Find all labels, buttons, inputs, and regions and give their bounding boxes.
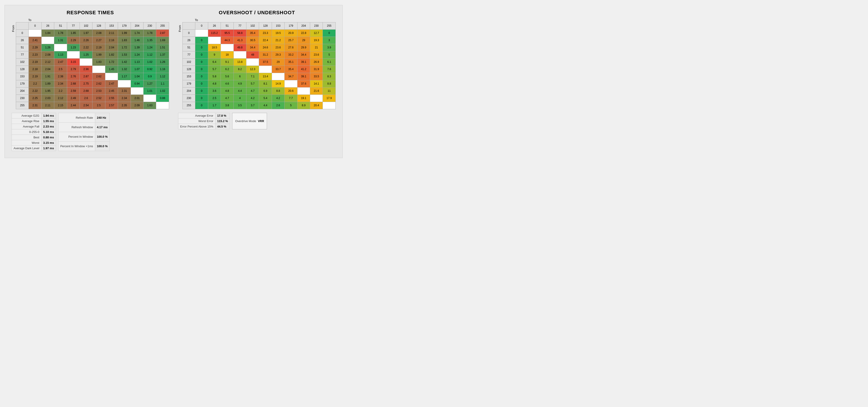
os-from-label: From [178, 25, 182, 32]
matrix-cell: 1.26 [156, 58, 169, 66]
col-header-4: 77 [67, 22, 80, 29]
stats-label: Average Dark Level [12, 146, 41, 151]
stats-row: Average Error17.8 % [178, 113, 230, 118]
stats-value: 1.94 ms [41, 113, 56, 118]
stats-label: Average Error [178, 113, 215, 118]
row-label: 179 [183, 80, 195, 87]
matrix-cell: 41.2 [297, 66, 310, 73]
matrix-cell: 9.1 [221, 58, 234, 66]
stats-row: Refresh Window4.17 ms [58, 122, 110, 132]
os-matrix-area: To 02651771021281531792042302550115.295.… [182, 18, 336, 109]
matrix-cell: 6 [234, 73, 246, 80]
stats-row: Average Dark Level1.97 ms [12, 146, 56, 151]
table-row: 26044.341.330.522.421.225.72919.33 [183, 37, 336, 44]
matrix-cell: 0 [323, 29, 336, 37]
stats-value: 4.17 ms [95, 122, 110, 132]
matrix-cell: 0 [195, 102, 208, 109]
matrix-cell: 2.79 [67, 66, 80, 73]
col-header-10: 230 [310, 22, 323, 29]
stats-row: Worst Error115.2 % [178, 118, 230, 124]
matrix-cell: 1.83 [118, 37, 131, 44]
matrix-cell: 2.76 [67, 73, 80, 80]
stats-value: 44.5 % [215, 124, 230, 129]
matrix-cell: 22.8 [297, 29, 310, 37]
matrix-cell: 1.78 [144, 29, 156, 37]
matrix-cell [41, 37, 54, 44]
col-header-8: 179 [285, 22, 297, 29]
matrix-cell: 29 [272, 58, 284, 66]
row-label: 128 [183, 66, 195, 73]
stats-row: Average G2G1.94 ms [12, 113, 56, 118]
rt-stats-left: Average G2G1.94 msAverage Rise1.55 msAve… [11, 113, 56, 151]
matrix-cell: 0.94 [131, 80, 143, 87]
matrix-cell: 34.4 [246, 44, 259, 51]
stats-label: Refresh Window [58, 122, 95, 132]
matrix-cell: 1.01 [144, 87, 156, 95]
matrix-cell: 5 [323, 51, 336, 58]
matrix-cell: 2.19 [92, 44, 105, 51]
matrix-cell: 2.59 [67, 87, 80, 95]
matrix-cell: 2.68 [67, 80, 80, 87]
matrix-cell: 3 [323, 37, 336, 44]
row-label: 77 [16, 51, 29, 58]
col-header-0 [16, 22, 29, 29]
matrix-cell: 30.5 [246, 37, 259, 44]
matrix-cell: 0.88 [156, 95, 169, 102]
matrix-cell: 2.6 [80, 95, 92, 102]
table-row: 772.232.081.131.251.991.821.531.241.121.… [16, 51, 169, 58]
matrix-cell: 19.1 [297, 95, 310, 102]
matrix-cell: 1.72 [105, 58, 118, 66]
row-label: 102 [16, 58, 29, 66]
matrix-cell: 0 [195, 80, 208, 87]
stats-value: 115.2 % [215, 118, 230, 124]
matrix-cell: 4.8 [208, 80, 221, 87]
matrix-cell: 1.63 [144, 102, 156, 109]
matrix-cell: 19.5 [272, 29, 284, 37]
matrix-cell: 6.4 [208, 58, 221, 66]
stats-value: 1.55 ms [41, 118, 56, 124]
row-label: 102 [183, 58, 195, 66]
matrix-cell: 20.6 [285, 87, 297, 95]
matrix-cell [118, 80, 131, 87]
matrix-cell: 95.5 [221, 29, 234, 37]
table-row: 01.841.781.851.972.082.111.991.741.782.8… [16, 29, 169, 37]
stats-row: Error Percent Above 15%44.5 % [178, 124, 230, 129]
matrix-cell: 1.84 [41, 29, 54, 37]
table-row: 10206.49.113.837.52935.139.126.96.1 [183, 58, 336, 66]
matrix-cell: 2.19 [29, 73, 41, 80]
row-label: 255 [183, 102, 195, 109]
matrix-cell: 1.25 [80, 51, 92, 58]
response-times-section: RESPONSE TIMES From To 02651771021281531… [11, 10, 169, 151]
matrix-cell: 2.68 [80, 87, 92, 95]
matrix-cell: 2.12 [41, 58, 54, 66]
matrix-cell: 1.95 [41, 87, 54, 95]
matrix-cell: 1.12 [144, 51, 156, 58]
table-row: 2042.221.952.22.592.682.532.452.311.011.… [16, 87, 169, 95]
matrix-cell: 7.7 [285, 95, 297, 102]
matrix-cell: 31.2 [259, 51, 272, 58]
matrix-cell: 2.62 [92, 80, 105, 87]
matrix-cell: 2.87 [156, 29, 169, 37]
row-label: 0 [183, 29, 195, 37]
table-row: 25501.73.83.53.74.42.658.920.4 [183, 102, 336, 109]
matrix-cell: 58.8 [234, 29, 246, 37]
matrix-cell: 1.42 [118, 58, 131, 66]
table-row: 512.291.261.232.222.192.041.721.391.241.… [16, 44, 169, 51]
response-times-title: RESPONSE TIMES [11, 10, 169, 15]
row-label: 230 [183, 95, 195, 102]
matrix-cell: 26.9 [310, 58, 323, 66]
col-header-9: 204 [297, 22, 310, 29]
matrix-cell: 2.04 [105, 44, 118, 51]
matrix-cell: 4.9 [234, 80, 246, 87]
matrix-cell: 1.24 [144, 44, 156, 51]
matrix-cell: 6.2 [221, 66, 234, 73]
response-times-table: 026517710212815317920423025501.841.781.8… [16, 22, 169, 109]
matrix-cell: 20.4 [310, 102, 323, 109]
matrix-cell: 2.34 [118, 95, 131, 102]
matrix-cell: 1.46 [131, 37, 143, 44]
matrix-cell: 2.49 [67, 95, 80, 102]
matrix-cell: 39.1 [297, 73, 310, 80]
stats-value: 0.88 ms [41, 134, 56, 140]
table-row: 262.411.312.292.262.272.161.831.461.351.… [16, 37, 169, 44]
col-header-2: 26 [208, 22, 221, 29]
